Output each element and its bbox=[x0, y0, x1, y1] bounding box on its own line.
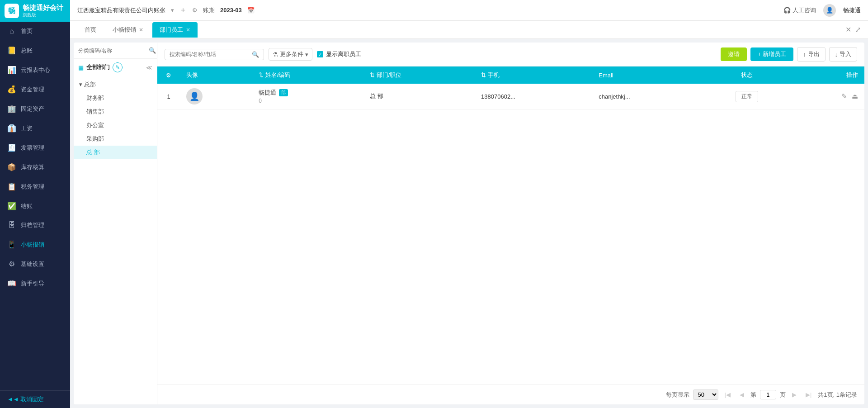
per-page-select[interactable]: 50 100 200 bbox=[693, 389, 718, 400]
filter-label: 更多条件 bbox=[280, 50, 303, 58]
export-icon: ↑ bbox=[803, 51, 806, 58]
sidebar: 畅 畅捷通好会计 旗舰版 ⌂ 首页 📒 总账 📊 云报表中心 💰 资金管理 🏢 … bbox=[0, 0, 70, 408]
avatar-icon: 👤 bbox=[826, 7, 833, 14]
dept-node-zongbu-sub[interactable]: 总 部 bbox=[74, 146, 157, 159]
dept-node-caigou[interactable]: 采购部 bbox=[74, 132, 157, 146]
topbar-settings-icon[interactable]: ⚙ bbox=[192, 7, 198, 14]
last-page-button[interactable]: ▶| bbox=[803, 390, 814, 399]
pagination: 每页显示 50 100 200 |◀ ◀ 第 页 ▶ ▶| 共1页, 1条记录 bbox=[157, 384, 864, 404]
dept-node-caiwu[interactable]: 财务部 bbox=[74, 91, 157, 105]
sidebar-item-salary[interactable]: 👔 工资 bbox=[0, 119, 70, 138]
dept-tree: ▾ 总部 财务部 销售部 办公室 采购部 总 部 bbox=[74, 76, 157, 161]
tab-expand-icon[interactable]: ⤢ bbox=[855, 25, 861, 34]
sidebar-item-label: 小畅报销 bbox=[21, 241, 44, 249]
dept-all-icon: ▦ bbox=[78, 64, 84, 71]
settings-icon: ⚙ bbox=[7, 260, 16, 268]
service-button[interactable]: 🎧 人工咨询 bbox=[783, 6, 816, 14]
tab-department[interactable]: 部门员工 ✕ bbox=[152, 22, 198, 38]
department-panel: 🔍 ▦ 全部部门 ✎ ≪ ▾ 总部 财务部 销售部 办公室 采购部 总 部 bbox=[74, 43, 157, 404]
employee-search-box: 🔍 bbox=[165, 49, 264, 60]
col-dept[interactable]: ⇅ 部门/职位 bbox=[363, 66, 475, 84]
status-badge: 正常 bbox=[736, 91, 758, 102]
invite-button[interactable]: 邀请 bbox=[721, 47, 747, 61]
first-page-button[interactable]: |◀ bbox=[722, 390, 733, 399]
logout-employee-icon[interactable]: ⏏ bbox=[852, 92, 858, 100]
sidebar-item-label: 总账 bbox=[21, 47, 33, 55]
calendar-icon[interactable]: 📅 bbox=[247, 7, 255, 14]
sidebar-item-settings[interactable]: ⚙ 基础设置 bbox=[0, 254, 70, 274]
employee-phone: 138070602... bbox=[481, 93, 515, 100]
sidebar-item-reports[interactable]: 📊 云报表中心 bbox=[0, 60, 70, 80]
cell-email: chanjethkj... bbox=[592, 84, 703, 109]
app-name: 畅捷通好会计 bbox=[23, 4, 63, 12]
sidebar-item-label: 基础设置 bbox=[21, 260, 44, 268]
dept-search-input[interactable] bbox=[78, 47, 146, 54]
sidebar-item-assets[interactable]: 🏢 固定资产 bbox=[0, 99, 70, 119]
company-dropdown-icon[interactable]: ▾ bbox=[171, 7, 174, 14]
cell-phone: 138070602... bbox=[475, 84, 592, 109]
dept-node-bangong[interactable]: 办公室 bbox=[74, 119, 157, 132]
service-label: 人工咨询 bbox=[793, 6, 816, 14]
export-button[interactable]: ↑ 导出 bbox=[797, 47, 826, 62]
dept-header: ▦ 全部部门 ✎ ≪ bbox=[74, 59, 157, 76]
more-filter-button[interactable]: ⚗ 更多条件 ▾ bbox=[269, 48, 312, 61]
page-input[interactable] bbox=[760, 390, 776, 399]
table-row: 1 👤 畅捷通 部 bbox=[157, 84, 864, 109]
tab-expense-close[interactable]: ✕ bbox=[139, 27, 143, 33]
tab-close-all-icon[interactable]: ✕ bbox=[845, 25, 851, 34]
add-employee-button[interactable]: + 新增员工 bbox=[750, 47, 793, 61]
sidebar-item-tax[interactable]: 📋 税务管理 bbox=[0, 177, 70, 196]
employee-search-input[interactable] bbox=[170, 51, 249, 57]
dept-search-icon[interactable]: 🔍 bbox=[149, 47, 156, 54]
user-avatar: 👤 bbox=[823, 4, 836, 17]
sidebar-item-expense[interactable]: 📱 小畅报销 bbox=[0, 235, 70, 254]
cell-name: 畅捷通 部 0 bbox=[252, 84, 363, 109]
tab-home[interactable]: 首页 bbox=[77, 22, 104, 38]
sidebar-logo: 畅 畅捷通好会计 旗舰版 bbox=[0, 0, 70, 22]
sidebar-item-archive[interactable]: 🗄 归档管理 bbox=[0, 216, 70, 235]
assets-icon: 🏢 bbox=[7, 104, 16, 113]
page-di-label: 第 bbox=[750, 391, 756, 399]
import-button[interactable]: ↓ 导入 bbox=[829, 47, 858, 62]
show-resigned-label: 显示离职员工 bbox=[326, 50, 361, 58]
edit-employee-icon[interactable]: ✎ bbox=[841, 92, 847, 100]
sidebar-scroll: ⌂ 首页 📒 总账 📊 云报表中心 💰 资金管理 🏢 固定资产 👔 工资 🧾 发… bbox=[0, 22, 70, 390]
dept-node-zongbu[interactable]: ▾ 总部 bbox=[74, 78, 157, 91]
dept-collapse-icon[interactable]: ≪ bbox=[146, 64, 152, 71]
expense-icon: 📱 bbox=[7, 240, 16, 249]
dept-node-xiaoshou[interactable]: 销售部 bbox=[74, 105, 157, 119]
next-page-button[interactable]: ▶ bbox=[789, 390, 799, 399]
show-resigned-checkbox[interactable]: ✓ 显示离职员工 bbox=[317, 50, 361, 58]
logo-icon: 畅 bbox=[5, 4, 19, 18]
tab-expense[interactable]: 小畅报销 ✕ bbox=[105, 22, 151, 38]
sidebar-item-label: 发票管理 bbox=[21, 144, 44, 152]
main-area: 江西服宝精品有限责任公司内账张 ▾ ＋ ⚙ 账期 2023-03 📅 🎧 人工咨… bbox=[70, 0, 868, 408]
col-name[interactable]: ⇅ 姓名/编码 bbox=[252, 66, 363, 84]
col-status: 状态 bbox=[703, 66, 791, 84]
tab-department-close[interactable]: ✕ bbox=[186, 27, 190, 33]
unpin-button[interactable]: ◄◄ 取消固定 bbox=[0, 390, 70, 408]
employee-table-wrap: ⚙ 头像 ⇅ 姓名/编码 ⇅ 部门/职位 bbox=[157, 66, 864, 384]
sidebar-item-invoice[interactable]: 🧾 发票管理 bbox=[0, 138, 70, 157]
dept-all-label: 全部部门 bbox=[86, 63, 110, 71]
sidebar-item-inventory[interactable]: 📦 库存核算 bbox=[0, 157, 70, 177]
sidebar-item-ledger[interactable]: 📒 总账 bbox=[0, 41, 70, 60]
page-label: 页 bbox=[780, 391, 786, 399]
sidebar-item-guide[interactable]: 📖 新手引导 bbox=[0, 274, 70, 293]
employee-search-icon[interactable]: 🔍 bbox=[252, 51, 259, 58]
dept-search-bar: 🔍 bbox=[74, 43, 157, 59]
dept-edit-button[interactable]: ✎ bbox=[113, 62, 123, 72]
sidebar-item-checkout[interactable]: ✅ 结账 bbox=[0, 196, 70, 216]
period-value: 2023-03 bbox=[220, 7, 242, 14]
prev-page-button[interactable]: ◀ bbox=[737, 390, 747, 399]
sidebar-item-home[interactable]: ⌂ 首页 bbox=[0, 22, 70, 41]
add-company-button[interactable]: ＋ bbox=[179, 5, 187, 15]
sidebar-item-label: 云报表中心 bbox=[21, 66, 50, 74]
sidebar-item-label: 结账 bbox=[21, 202, 33, 210]
app-edition: 旗舰版 bbox=[23, 12, 63, 18]
col-phone[interactable]: ⇅ 手机 bbox=[475, 66, 592, 84]
cell-index: 1 bbox=[157, 84, 180, 109]
sidebar-item-funds[interactable]: 💰 资金管理 bbox=[0, 80, 70, 99]
col-email: Email bbox=[592, 66, 703, 84]
funds-icon: 💰 bbox=[7, 85, 16, 94]
